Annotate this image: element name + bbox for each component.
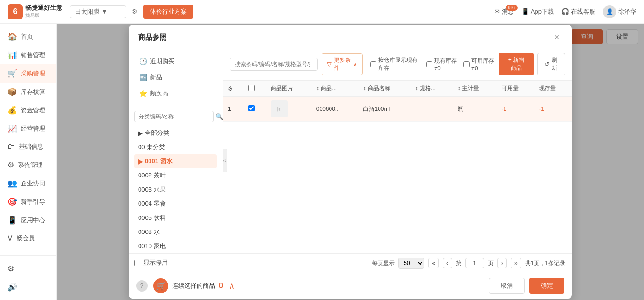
online-service-item[interactable]: 🎧 在线客服 [561,8,595,16]
col-name[interactable]: ↕ 商品名称 [358,81,410,97]
last-page-button[interactable]: » [511,258,521,268]
col-unit[interactable]: ↕ 主计量 [453,81,497,97]
user-name: 徐泽华 [618,8,636,16]
col-settings[interactable]: ⚙ [223,81,244,97]
checkbox-by-warehouse[interactable]: 按仓库显示现有库存 [370,56,421,72]
messages-badge: 99+ [506,5,518,11]
add-product-button[interactable]: + 新增商品 [499,53,533,75]
left-panel-collapse-button[interactable]: ‹‹ [223,149,227,172]
checkbox-available-input[interactable] [426,61,432,67]
footer-collapse-button[interactable]: ∧ [229,281,235,291]
checkbox-by-warehouse-input[interactable] [370,61,376,67]
row-index: 1 [223,97,244,122]
next-page-button[interactable]: › [497,258,507,268]
cancel-button[interactable]: 取消 [489,278,525,294]
select-all-checkbox[interactable] [248,85,255,91]
dialog-footer: ? 🛒 连续选择的商品 0 ∧ 取消 确定 [129,273,572,299]
row-checkbox[interactable] [248,105,255,111]
sidebar-item-basic-info[interactable]: 🗂 基础信息 [0,138,56,156]
cat-label-0001: 0001 酒水 [145,157,173,166]
cart-count: 0 [219,282,223,290]
left-nav-recent[interactable]: 🕐 近期购买 [134,54,217,69]
prev-page-button[interactable]: ‹ [443,258,452,268]
checkbox-group: 按仓库显示现有库存 现有库存≠0 可用库存≠0 [370,56,495,72]
checkbox-available[interactable]: 现有库存≠0 [426,57,458,72]
sidebar-item-home[interactable]: 🏠 首页 [0,27,56,46]
cat-0005[interactable]: 0005 饮料 [134,211,217,225]
row-checkbox-cell [244,97,266,122]
sidebar-item-inventory[interactable]: 📦 库存核算 [0,83,56,101]
finance-icon: 💰 [8,106,17,115]
experience-button[interactable]: 体验行业方案 [143,5,193,19]
sidebar-item-sales[interactable]: 📊 销售管理 [0,46,56,64]
recent-label: 近期购买 [150,57,174,66]
show-disabled-checkbox[interactable] [134,260,140,266]
more-filter-button[interactable]: ▽ 更多条件 ∧ [322,53,363,75]
confirm-button[interactable]: 确定 [529,278,564,294]
cat-0003[interactable]: 0003 水果 [134,183,217,197]
col-code[interactable]: ↕ 商品... [312,81,359,97]
per-page-select[interactable]: 50 10 20 100 [398,258,424,269]
category-search-input[interactable] [134,111,214,122]
app-download-item[interactable]: 📱 App下载 [521,8,554,16]
cat-0002[interactable]: 0002 茶叶 [134,168,217,183]
page-input[interactable] [465,258,484,268]
cat-0004[interactable]: 0004 零食 [134,197,217,211]
cart-area: 🛒 连续选择的商品 0 [153,278,223,293]
sidebar-item-appcenter[interactable]: 📱 应用中心 [0,211,56,229]
table-header-row: ⚙ 商品图片 ↕ 商品... ↕ 商品名称 ↕ 规格... ↕ 主计量 可用量 [223,81,572,97]
store-name: 日太阳膜 [75,8,99,16]
sidebar-item-finance[interactable]: 💰 资金管理 [0,101,56,119]
dialog-close-button[interactable]: × [551,32,562,43]
user-area[interactable]: 👤 徐泽华 [603,5,636,18]
product-search-input[interactable] [230,58,315,70]
sidebar-item-guide[interactable]: 🎯 新手引导 [0,192,56,211]
home-icon: 🏠 [8,32,17,41]
cat-all[interactable]: ▶ 全部分类 [134,126,217,140]
messages-icon-item[interactable]: ✉ 消息 99+ [495,8,514,16]
basic-info-icon: 🗂 [8,142,15,151]
sidebar-item-enterprise[interactable]: 👥 企业协同 [0,174,56,192]
sidebar-item-system[interactable]: ⚙ 系统管理 [0,156,56,174]
modal-overlay: 商品参照 × 🕐 近期购买 🆕 [57,24,644,300]
page-suffix-label: 页 [488,259,494,267]
category-search-button[interactable]: 🔍 [215,113,223,120]
sidebar-volume[interactable]: 🔊 [0,278,56,296]
sidebar-item-operations[interactable]: 📈 经营管理 [0,119,56,138]
cat-0010[interactable]: 0010 家电 [134,239,217,253]
left-nav-frequent[interactable]: ⭐ 频次高 [134,86,217,101]
app-download-label: App下载 [531,8,554,16]
checkbox-usable[interactable]: 可用库存≠0 [463,57,495,72]
first-page-button[interactable]: « [428,258,439,268]
cat-label-all: 全部分类 [145,129,169,137]
appcenter-icon: 📱 [8,216,17,225]
product-search-button[interactable]: 🔍 [315,58,318,70]
dialog-refresh-button[interactable]: ↺ 刷新 [537,53,565,75]
table-row[interactable]: 1 图 000600... 白酒100ml 瓶 [223,97,572,122]
store-selector[interactable]: 日太阳膜 ▼ [70,5,126,18]
help-icon[interactable]: ? [136,280,148,292]
left-nav-new[interactable]: 🆕 新品 [134,70,217,85]
checkbox-usable-input[interactable] [463,61,470,67]
per-page-label: 每页显示 [372,259,395,267]
cat-0008[interactable]: 0008 水 [134,225,217,239]
sidebar-label-sales: 销售管理 [21,51,45,59]
gear-icon[interactable]: ⚙ [132,8,138,15]
col-available: 可用量 [497,81,535,97]
col-spec[interactable]: ↕ 规格... [411,81,453,97]
nav-right: ✉ 消息 99+ 📱 App下载 🎧 在线客服 👤 徐泽华 [495,5,636,18]
cat-00[interactable]: 00 未分类 [134,140,217,154]
total-info: 共1页，1条记录 [525,259,565,267]
phone-icon: 📱 [521,8,529,15]
refresh-icon: ↺ [545,61,549,67]
checkbox-by-warehouse-label: 按仓库显示现有库存 [378,56,421,72]
inventory-icon: 📦 [8,87,17,96]
sidebar-item-membership[interactable]: V 畅会员 [0,229,56,247]
product-table: ⚙ 商品图片 ↕ 商品... ↕ 商品名称 ↕ 规格... ↕ 主计量 可用量 [223,81,572,122]
cat-0001[interactable]: ▶ 0001 酒水 [134,154,217,168]
sidebar-item-purchase[interactable]: 🛒 采购管理 [0,64,56,83]
guide-icon: 🎯 [8,197,17,206]
show-disabled-label[interactable]: 显示停用 [134,258,217,267]
sidebar-settings[interactable]: ⚙ [0,259,56,278]
product-table-container: ⚙ 商品图片 ↕ 商品... ↕ 商品名称 ↕ 规格... ↕ 主计量 可用量 [223,81,572,253]
